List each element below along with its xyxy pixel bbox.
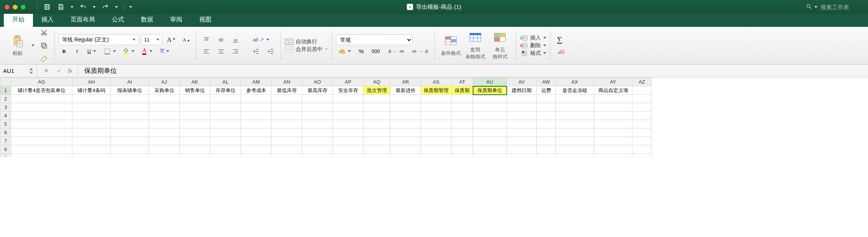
increase-decimal-button[interactable]: .0←.00 xyxy=(385,46,407,57)
cell-AW4[interactable] xyxy=(537,112,556,120)
cell-AG7[interactable] xyxy=(11,137,72,145)
font-size-select[interactable]: 11 xyxy=(141,35,162,45)
col-header-AT[interactable]: AT xyxy=(452,78,473,86)
cell-AI2[interactable] xyxy=(111,95,149,103)
cell-AZ5[interactable] xyxy=(632,120,652,128)
cell-AM6[interactable] xyxy=(241,128,272,137)
row-header-2[interactable]: 2 xyxy=(0,95,11,103)
cell-AN9[interactable] xyxy=(272,154,302,157)
cell-AZ4[interactable] xyxy=(632,112,652,120)
cell-AU5[interactable] xyxy=(473,120,507,128)
cell-AJ6[interactable] xyxy=(149,128,180,137)
cell-AN7[interactable] xyxy=(272,137,302,145)
row-header-3[interactable]: 3 xyxy=(0,103,11,112)
accept-formula-button[interactable]: ✓ xyxy=(55,67,63,75)
cell-AL4[interactable] xyxy=(210,112,241,120)
cell-AI3[interactable] xyxy=(111,103,149,112)
cell-AX1[interactable]: 是否走冻链 xyxy=(556,86,594,95)
cell-AI7[interactable] xyxy=(111,137,149,145)
cell-AM2[interactable] xyxy=(241,95,272,103)
cell-AI6[interactable] xyxy=(111,128,149,137)
percent-format-button[interactable]: % xyxy=(356,46,367,57)
cell-AP6[interactable] xyxy=(333,128,364,137)
cell-AH3[interactable] xyxy=(72,103,111,112)
cell-AQ8[interactable] xyxy=(364,145,390,154)
cell-AG6[interactable] xyxy=(11,128,72,137)
cell-AI5[interactable] xyxy=(111,120,149,128)
cell-AQ1[interactable]: 批次管理 xyxy=(364,86,390,95)
redo-button[interactable] xyxy=(101,3,110,11)
font-color-button[interactable]: A xyxy=(139,46,155,57)
cell-AJ2[interactable] xyxy=(149,95,180,103)
col-header-AU[interactable]: AU xyxy=(473,78,507,86)
italic-button[interactable]: I xyxy=(72,46,82,57)
number-format-select[interactable]: 常规 xyxy=(336,35,413,45)
cell-AT1[interactable]: 保质期 xyxy=(452,86,473,95)
cell-AM5[interactable] xyxy=(241,120,272,128)
cell-AM3[interactable] xyxy=(241,103,272,112)
cell-AY1[interactable]: 商品自定义项 xyxy=(594,86,632,95)
cell-AT8[interactable] xyxy=(452,145,473,154)
cell-AH2[interactable] xyxy=(72,95,111,103)
cell-AW8[interactable] xyxy=(537,145,556,154)
decrease-font-button[interactable]: A▾ xyxy=(180,35,192,45)
format-cells-button[interactable]: 格式 xyxy=(520,50,546,57)
cell-AS4[interactable] xyxy=(421,112,452,120)
cell-AZ7[interactable] xyxy=(632,137,652,145)
cell-AU9[interactable] xyxy=(473,154,507,157)
name-down-button[interactable] xyxy=(29,71,33,75)
cell-AP7[interactable] xyxy=(333,137,364,145)
cell-AO5[interactable] xyxy=(302,120,333,128)
cell-AL8[interactable] xyxy=(210,145,241,154)
col-header-AQ[interactable]: AQ xyxy=(364,78,390,86)
cell-AT3[interactable] xyxy=(452,103,473,112)
cell-AL3[interactable] xyxy=(210,103,241,112)
col-header-AY[interactable]: AY xyxy=(594,78,632,86)
cell-AL1[interactable]: 库存单位 xyxy=(210,86,241,95)
cell-AW3[interactable] xyxy=(537,103,556,112)
row-header-7[interactable]: 7 xyxy=(0,137,11,145)
cell-AW9[interactable] xyxy=(537,154,556,157)
row-header-9[interactable]: 9 xyxy=(0,154,11,157)
cell-AZ9[interactable] xyxy=(632,154,652,157)
cell-AZ3[interactable] xyxy=(632,103,652,112)
minimize-window-button[interactable] xyxy=(13,5,18,10)
cell-AH6[interactable] xyxy=(72,128,111,137)
phonetic-button[interactable]: abcA xyxy=(157,46,172,57)
cell-AO9[interactable] xyxy=(302,154,333,157)
cell-AZ8[interactable] xyxy=(632,145,652,154)
tab-页面布局[interactable]: 页面布局 xyxy=(62,13,103,27)
cell-AV7[interactable] xyxy=(507,137,537,145)
cell-AK8[interactable] xyxy=(180,145,210,154)
select-all-corner[interactable] xyxy=(0,78,11,86)
col-header-AN[interactable]: AN xyxy=(272,78,302,86)
font-name-select[interactable]: 等线 Regular (正文) xyxy=(59,35,139,45)
cell-AW2[interactable] xyxy=(537,95,556,103)
table-format-button[interactable]: 套用 表格格式 xyxy=(463,30,488,61)
cell-AY2[interactable] xyxy=(594,95,632,103)
cell-AU8[interactable] xyxy=(473,145,507,154)
close-window-button[interactable] xyxy=(5,5,10,10)
cell-AT6[interactable] xyxy=(452,128,473,137)
cell-AT5[interactable] xyxy=(452,120,473,128)
cell-AR8[interactable] xyxy=(390,145,421,154)
col-header-AM[interactable]: AM xyxy=(241,78,272,86)
cell-AX9[interactable] xyxy=(556,154,594,157)
cell-AY8[interactable] xyxy=(594,145,632,154)
cell-AJ9[interactable] xyxy=(149,154,180,157)
cell-AP3[interactable] xyxy=(333,103,364,112)
cell-AY5[interactable] xyxy=(594,120,632,128)
cell-AV3[interactable] xyxy=(507,103,537,112)
cell-AU3[interactable] xyxy=(473,103,507,112)
row-header-4[interactable]: 4 xyxy=(0,112,11,120)
cell-AR2[interactable] xyxy=(390,95,421,103)
col-header-AX[interactable]: AX xyxy=(556,78,594,86)
cell-AR1[interactable]: 最新进价 xyxy=(390,86,421,95)
cell-AX5[interactable] xyxy=(556,120,594,128)
cell-AG3[interactable] xyxy=(11,103,72,112)
cell-AL2[interactable] xyxy=(210,95,241,103)
row-header-1[interactable]: 1 xyxy=(0,86,11,95)
cell-AZ2[interactable] xyxy=(632,95,652,103)
cell-AT7[interactable] xyxy=(452,137,473,145)
cell-AO1[interactable]: 最高库存 xyxy=(302,86,333,95)
